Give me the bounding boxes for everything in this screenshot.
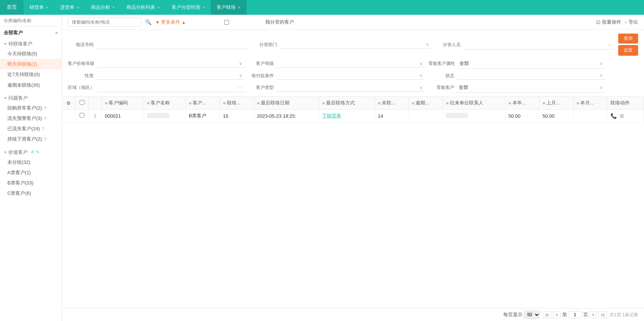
main-search-input[interactable] xyxy=(68,18,141,27)
all-customers-header[interactable]: 全部客户 « xyxy=(0,27,62,38)
region-dots-icon[interactable]: ··· xyxy=(238,84,242,90)
row-last-contact-method[interactable]: 下销货单 xyxy=(319,110,375,122)
col-this-year[interactable]: =本年... xyxy=(505,97,539,110)
nav-home[interactable]: 首页 xyxy=(0,0,24,15)
row-checkbox-cell[interactable] xyxy=(75,110,88,122)
next-page-button[interactable]: > xyxy=(589,311,597,318)
close-analysis-list-tab[interactable]: × xyxy=(157,5,160,10)
filter-customer-level: 客户等级 ∨ xyxy=(248,60,424,68)
col-last-contact-date[interactable]: =最后联络日期 xyxy=(254,97,319,110)
col-uncontacted[interactable]: =未联... xyxy=(375,97,409,110)
close-purchase-tab[interactable]: × xyxy=(77,5,79,10)
filter-manager-select[interactable]: ··· xyxy=(463,40,615,49)
grid-action-icon[interactable]: ⊞ xyxy=(620,113,624,119)
filter-customer-level-select[interactable]: ∨ xyxy=(276,60,424,68)
first-page-button[interactable]: |< xyxy=(543,311,552,318)
prev-page-button[interactable]: < xyxy=(553,311,560,318)
phone-action-icon[interactable]: 📞 xyxy=(610,113,617,119)
export-button[interactable]: ↑ 导出 xyxy=(625,19,638,25)
sidebar-repurchase-abnormal[interactable]: 回购异常客户(2) ? xyxy=(0,103,62,113)
col-overdue[interactable]: =逾期... xyxy=(409,97,442,110)
filter-payment: 收付款条件 ∨ xyxy=(248,72,424,80)
sidebar-search-input[interactable] xyxy=(4,18,59,23)
last-page-button[interactable]: >| xyxy=(598,311,607,318)
my-customers-checkbox-label[interactable]: 我分管的客户 xyxy=(190,19,294,25)
sidebar-overdue-contact[interactable]: 逾期未联络(30) xyxy=(0,80,62,90)
filter-region-select[interactable]: ··· xyxy=(97,83,244,92)
col-contact[interactable]: =联络... xyxy=(220,97,254,110)
my-customers-checkbox[interactable] xyxy=(190,20,263,25)
sidebar-tomorrow-contact[interactable]: 明天待联络(1) xyxy=(0,59,62,69)
settings-button[interactable]: 设置 xyxy=(618,45,638,56)
col-unit-contacts[interactable]: =往来单位联系人 xyxy=(443,97,505,110)
batch-operation-button[interactable]: ☑ 批量操作 xyxy=(596,19,621,25)
per-page-select[interactable]: 50 xyxy=(524,311,540,319)
filter-dept-select[interactable]: ∨ xyxy=(279,41,431,49)
col-last-month[interactable]: =上月... xyxy=(539,97,573,110)
help-icon-3: ? xyxy=(44,137,46,141)
select-all-checkbox[interactable] xyxy=(80,100,84,105)
col-customer-code[interactable]: =客户编码 xyxy=(102,97,144,110)
edit-value-icon[interactable]: ✎ xyxy=(36,150,39,155)
col-this-month[interactable]: =本月... xyxy=(573,97,607,110)
customer-name-blurred xyxy=(147,113,169,118)
filter-price-level-select[interactable]: ∨ xyxy=(97,60,244,68)
filter-retail-customer-label: 零散客户 xyxy=(428,84,454,91)
sidebar-today-contact[interactable]: 今天待联络(0) xyxy=(0,49,62,59)
sidebar-churned[interactable]: 已流失客户(24) ? xyxy=(0,124,62,134)
page-number-input[interactable] xyxy=(568,311,582,318)
contact-method-link[interactable]: 下销货单 xyxy=(322,113,341,118)
value-customers-title[interactable]: 价值客户 ↺ ✎ xyxy=(0,148,62,157)
sidebar-b-customers[interactable]: B类客户(33) xyxy=(0,178,62,188)
col-last-contact-method[interactable]: =最后联络方式 xyxy=(319,97,375,110)
nav-tab-analysis[interactable]: 商品分析 × xyxy=(85,0,120,15)
filter-retail-attr-select[interactable]: 全部 ∨ xyxy=(457,59,605,69)
close-analysis-tab[interactable]: × xyxy=(112,5,115,10)
export-icon: ↑ xyxy=(625,20,627,25)
customer-level-chevron-icon: ∨ xyxy=(420,61,423,66)
refresh-value-icon[interactable]: ↺ xyxy=(31,150,34,155)
pending-contact-section: 待联络客户 今天待联络(0) 明天待联络(1) 近7天待联络(0) 逾期未联络(… xyxy=(0,38,62,92)
dept-chevron-icon: ∨ xyxy=(426,42,429,47)
filter-nature-select[interactable]: ∨ xyxy=(96,72,244,80)
nav-tab-customer-contact[interactable]: 客户联络 × xyxy=(211,0,246,15)
col-customer-name[interactable]: =客户名称 xyxy=(144,97,186,110)
sidebar-c-customers[interactable]: C类客户(6) xyxy=(0,188,62,199)
col-settings[interactable]: ⚙ xyxy=(62,97,75,110)
sidebar-churn-warning[interactable]: 流失预警客户(3) ? xyxy=(0,113,62,124)
manager-dots-icon[interactable]: ··· xyxy=(608,42,612,48)
table-footer: 每页显示 50 |< < 第 页 > >| 共1页 1条记录 xyxy=(62,308,644,321)
col-checkbox[interactable] xyxy=(75,97,88,110)
collapse-icon[interactable]: « xyxy=(55,30,58,35)
nav-tab-purchase[interactable]: 进货单 × xyxy=(54,0,85,15)
filter-status-select[interactable]: ∨ xyxy=(456,72,605,80)
filter-retail-attr: 零散客户属性 全部 ∨ xyxy=(428,59,605,69)
close-customer-contact-tab[interactable]: × xyxy=(238,5,240,10)
sidebar-a-customers[interactable]: A类客户(1) xyxy=(0,168,62,178)
pending-contact-title[interactable]: 待联络客户 xyxy=(0,39,62,49)
sidebar-7days-contact[interactable]: 近7天待联络(0) xyxy=(0,69,62,80)
sidebar-ungrouped[interactable]: 未分组(32) xyxy=(0,157,62,168)
filter-payment-select[interactable]: ∨ xyxy=(276,72,424,80)
row-last-month: 50.00 xyxy=(539,110,573,122)
col-customer-type[interactable]: =客户... xyxy=(186,97,220,110)
nav-tab-sales[interactable]: 销货单 × xyxy=(24,0,54,15)
row-last-contact-date: 2023-05-23 18:25: xyxy=(254,110,319,122)
more-conditions-button[interactable]: ▼ 更多条件 ▲ xyxy=(155,19,186,25)
main-search-button[interactable]: 🔍 xyxy=(145,19,151,25)
close-customer-ops-tab[interactable]: × xyxy=(203,5,205,10)
nav-tab-customer-ops[interactable]: 客户分层经营 × xyxy=(166,0,211,15)
close-sales-tab[interactable]: × xyxy=(46,5,48,10)
per-page-label: 每页显示 xyxy=(503,311,522,318)
sidebar-declining[interactable]: 持续下滑客户(2) ? xyxy=(0,134,62,144)
row-checkbox[interactable] xyxy=(80,113,84,118)
query-button[interactable]: 查询 xyxy=(618,34,638,44)
filter-retail-attr-label: 零散客户属性 xyxy=(428,61,455,67)
filter-customer-type-select[interactable]: ∨ xyxy=(276,84,424,92)
filter-phone-label: 电话号码 xyxy=(68,42,94,48)
nav-tab-analysis-list[interactable]: 商品分析列表 × xyxy=(120,0,165,15)
filter-retail-customer-select[interactable]: 全部 ∨ xyxy=(456,83,605,93)
filter-phone-input[interactable] xyxy=(96,41,248,49)
total-records: 共1页 1条记录 xyxy=(610,312,638,318)
problem-customers-title[interactable]: 问题客户 xyxy=(0,93,62,103)
